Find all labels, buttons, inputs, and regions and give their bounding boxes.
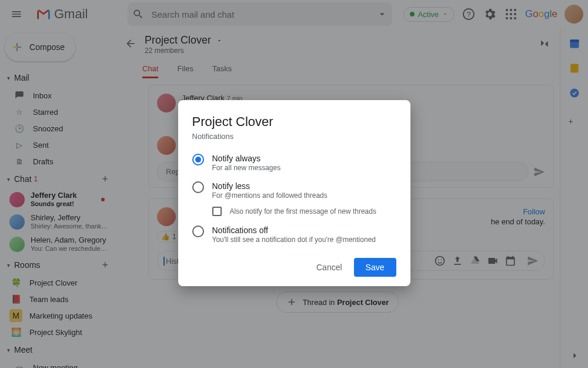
dialog-subtitle: Notifications (192, 132, 396, 141)
option-notify-always[interactable]: Notify alwaysFor all new messages (192, 149, 396, 177)
checkbox-icon (212, 207, 222, 216)
modal-scrim[interactable]: Project Clover Notifications Notify alwa… (0, 0, 588, 368)
radio-icon (192, 181, 204, 193)
option-checkbox-row[interactable]: Also notify for the first message of new… (192, 204, 396, 221)
cancel-button[interactable]: Cancel (309, 258, 349, 277)
radio-icon (192, 226, 204, 237)
save-button[interactable]: Save (354, 258, 396, 277)
dialog-title: Project Clover (192, 114, 396, 130)
option-notifications-off[interactable]: Notifications offYou'll still see a noti… (192, 221, 396, 248)
option-notify-less[interactable]: Notify lessFor @mentions and followed th… (192, 177, 396, 204)
notifications-dialog: Project Clover Notifications Notify alwa… (178, 100, 410, 286)
radio-icon (192, 154, 204, 165)
